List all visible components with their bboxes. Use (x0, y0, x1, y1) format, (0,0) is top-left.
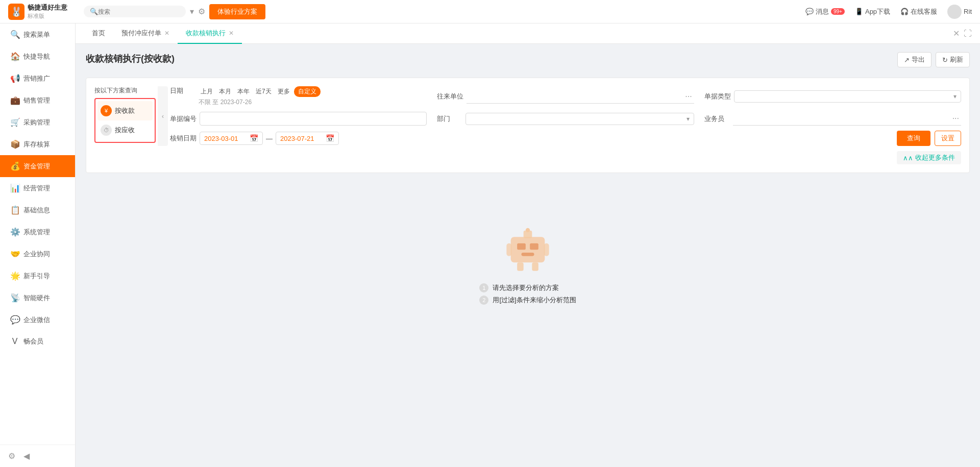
sidebar-item-guide[interactable]: 🌟新手引导 (0, 265, 75, 287)
staff-more-btn[interactable]: ··· (950, 114, 961, 123)
search-dropdown-icon[interactable]: ▾ (190, 7, 194, 16)
industry-btn[interactable]: 体验行业方案 (209, 4, 265, 19)
sidebar-item-basic-info[interactable]: 📋基础信息 (0, 199, 75, 221)
tip-num-1: 1 (479, 283, 488, 292)
dept-label: 部门 (437, 114, 462, 124)
marketing-icon: 📢 (10, 73, 19, 83)
verify-date-range: 📅 — 📅 (200, 132, 339, 145)
quick-nav-icon: 🏠 (10, 52, 19, 61)
query-btn[interactable]: 查询 (897, 131, 930, 146)
date-shortcut-custom[interactable]: 自定义 (294, 86, 321, 97)
sidebar-item-label: 经营管理 (23, 184, 50, 193)
basic-info-icon: 📋 (10, 205, 19, 215)
tab-close-receivable[interactable]: ✕ (229, 30, 234, 37)
guide-icon: 🌟 (10, 271, 19, 281)
tab-prepay[interactable]: 预付冲应付单✕ (113, 23, 178, 44)
sidebar-item-inventory[interactable]: 📦库存核算 (0, 133, 75, 155)
collapse-icon: ∧∧ (903, 154, 913, 162)
sidebar-item-operation[interactable]: 📊经营管理 (0, 177, 75, 199)
topbar-search-area: 🔍 ▾ ⚙ 体验行业方案 (84, 4, 805, 19)
docno-filter-row: 单据编号 (170, 112, 427, 126)
sidebar-item-label: 采购管理 (23, 118, 50, 127)
sidebar-item-wechat[interactable]: 💬企业微信 (0, 309, 75, 331)
dept-filter-row: 部门 ▾ (437, 112, 694, 126)
sidebar-item-search-menu[interactable]: 🔍搜索菜单 (0, 23, 75, 45)
svg-rect-2 (530, 243, 538, 250)
app-download-btn[interactable]: 📱 App下载 (855, 7, 890, 16)
action-buttons: 查询 设置 (704, 131, 961, 146)
date-shortcut-more[interactable]: 更多 (276, 86, 292, 97)
sidebar-item-purchase[interactable]: 🛒采购管理 (0, 111, 75, 133)
tab-home[interactable]: 首页 (84, 23, 113, 44)
verify-date-start-input[interactable] (204, 135, 248, 142)
date-label: 日期 (170, 86, 195, 95)
verify-date-start-wrap[interactable]: 📅 (200, 132, 263, 145)
partner-more-btn[interactable]: ··· (683, 92, 694, 101)
date-shortcut-thismonth[interactable]: 本月 (217, 86, 233, 97)
svg-rect-0 (511, 237, 545, 262)
maximize-icon[interactable]: ⛶ (964, 29, 972, 38)
refresh-icon: ↻ (942, 56, 948, 64)
docno-input[interactable] (200, 112, 427, 126)
sidebar-item-label: 基础信息 (23, 206, 50, 215)
online-service-btn[interactable]: 🎧 在线客服 (900, 7, 937, 16)
sidebar-item-label: 智能硬件 (23, 293, 50, 303)
sidebar-item-smart-hw[interactable]: 📡智能硬件 (0, 287, 75, 309)
sidebar-collapse-btn[interactable]: ‹ (158, 86, 168, 146)
search-input[interactable] (98, 8, 169, 15)
purchase-icon: 🛒 (10, 117, 19, 127)
verify-date-end-wrap[interactable]: 📅 (276, 132, 339, 145)
date-shortcut-lastmonth[interactable]: 上月 (199, 86, 215, 97)
sidebar-item-system[interactable]: ⚙️系统管理 (0, 221, 75, 243)
tip-num-2: 2 (479, 296, 488, 305)
doctype-filter-row: 单据类型 ▾ (704, 86, 961, 107)
partner-input[interactable]: ··· (467, 90, 694, 104)
empty-state: 1 请先选择要分析的方案 2 用[过滤]条件来缩小分析范围 (86, 181, 970, 346)
query-option-receivable[interactable]: ⏱ 按应收 (97, 120, 153, 140)
dept-select[interactable]: ▾ (465, 113, 694, 125)
enterprise-icon: 🤝 (10, 249, 19, 259)
verify-date-end-input[interactable] (280, 135, 324, 142)
staff-input[interactable]: ··· (733, 112, 961, 126)
export-btn[interactable]: ↗ 导出 (897, 52, 932, 67)
sidebar-item-sales[interactable]: 💼销售管理 (0, 89, 75, 111)
empty-tip-1: 请先选择要分析的方案 (493, 283, 559, 292)
date-shortcut-thisyear[interactable]: 本年 (235, 86, 252, 97)
sidebar-item-enterprise[interactable]: 🤝企业协同 (0, 243, 75, 265)
receipt-icon: ¥ (101, 105, 112, 116)
date-shortcut-7days[interactable]: 近7天 (254, 86, 274, 97)
doctype-select[interactable]: ▾ (734, 90, 961, 103)
setting-btn[interactable]: 设置 (935, 131, 961, 146)
query-option-receipt[interactable]: ¥ 按收款 (97, 101, 153, 120)
settings-icon[interactable]: ⚙ (198, 7, 205, 16)
more-conditions-btn[interactable]: ∧∧ 收起更多条件 (897, 151, 961, 164)
tab-receivable[interactable]: 收款核销执行✕ (178, 23, 242, 44)
tabs-bar-end: ✕ ⛶ (953, 29, 972, 38)
wechat-icon: 💬 (10, 315, 19, 325)
sidebar-item-label: 畅会员 (23, 337, 43, 346)
message-btn[interactable]: 💬 消息 99+ (805, 7, 845, 16)
sidebar-item-finance[interactable]: 💰资金管理 (0, 155, 75, 177)
collapse-sidebar-icon[interactable]: ◀ (23, 451, 30, 461)
tab-close-prepay[interactable]: ✕ (164, 30, 169, 37)
sidebar-item-quick-nav[interactable]: 🏠快捷导航 (0, 45, 75, 67)
sidebar-item-marketing[interactable]: 📢营销推广 (0, 67, 75, 89)
search-box[interactable]: 🔍 (84, 6, 186, 17)
operation-icon: 📊 (10, 183, 19, 193)
sidebar-item-label: 系统管理 (23, 228, 50, 237)
close-tab-icon[interactable]: ✕ (953, 29, 960, 38)
settings-bottom-icon[interactable]: ⚙ (8, 451, 15, 461)
sidebar-item-member[interactable]: V畅会员 (0, 331, 75, 352)
query-sidebar-title: 按以下方案查询 (94, 86, 156, 95)
svg-rect-9 (532, 262, 538, 271)
user-info[interactable]: Rit (947, 5, 972, 19)
tab-label-home: 首页 (92, 29, 105, 38)
svg-rect-7 (544, 243, 549, 256)
calendar-start-icon[interactable]: 📅 (250, 134, 258, 142)
calendar-end-icon[interactable]: 📅 (326, 134, 334, 142)
refresh-btn[interactable]: ↻ 刷新 (936, 52, 970, 67)
date-filter-row: 日期 上月 本月 本年 近7天 更多 自定义 不限 至 2023-07-26 (170, 86, 427, 107)
date-nolimit: 不限 至 2023-07-26 (199, 98, 427, 107)
tabs-bar: 首页预付冲应付单✕收款核销执行✕ ✕ ⛶ (76, 23, 980, 44)
empty-tip-2: 用[过滤]条件来缩小分析范围 (493, 296, 576, 305)
